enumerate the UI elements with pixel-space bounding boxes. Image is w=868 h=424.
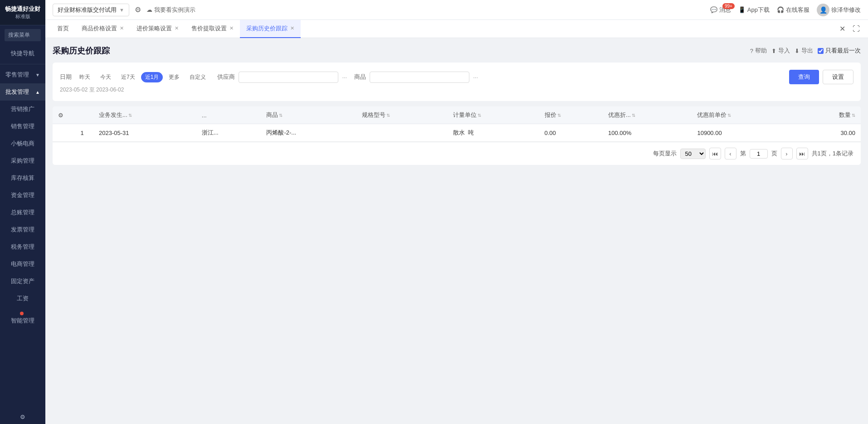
date-btn-custom[interactable]: 自定义	[185, 72, 210, 82]
sidebar-item-wholesale[interactable]: 批发管理 ▲	[0, 83, 45, 101]
sidebar-item-label: 批发管理	[5, 88, 29, 96]
supplier-input[interactable]	[239, 72, 338, 83]
goods-more-icon[interactable]: ···	[473, 74, 478, 81]
date-btn-7days[interactable]: 近7天	[117, 72, 139, 82]
app-download-button[interactable]: 📱 App下载	[738, 6, 770, 14]
sidebar-item-retail[interactable]: 零售管理 ▼	[0, 66, 45, 83]
query-button[interactable]: 查询	[789, 70, 819, 84]
sidebar-settings-button[interactable]: ⚙	[0, 410, 45, 424]
th-goods: 商品⇅	[261, 106, 356, 124]
sidebar-item-invoice[interactable]: 发票管理	[0, 221, 45, 238]
date-range-display: 2023-05-02 至 2023-06-02	[60, 86, 853, 94]
filter-actions: 查询 设置	[789, 70, 853, 84]
export-label: 导出	[801, 47, 813, 55]
sort-icon[interactable]: ⇅	[128, 113, 132, 118]
data-table: ⚙ 业务发生...⇅ ... 商品⇅ 规格型号⇅	[53, 106, 861, 142]
tab-home[interactable]: 首页	[51, 20, 75, 38]
close-tab-button[interactable]: ✕	[837, 24, 848, 34]
goods-input[interactable]	[370, 72, 469, 83]
sidebar-item-label: 零售管理	[5, 71, 29, 79]
sidebar-item-ecommerce-small[interactable]: 小畅电商	[0, 135, 45, 152]
sidebar-item-quick-nav[interactable]: 快捷导航	[0, 45, 45, 62]
date-btn-yesterday[interactable]: 昨天	[75, 72, 94, 82]
sort-icon[interactable]: ⇅	[852, 113, 855, 118]
tab-close-icon[interactable]: ✕	[290, 25, 294, 31]
filter-settings-button[interactable]: 设置	[823, 70, 853, 84]
prev-page-button[interactable]: ‹	[725, 148, 736, 159]
sort-icon[interactable]: ⇅	[557, 113, 561, 118]
tab-price-strategy[interactable]: 进价策略设置 ✕	[130, 20, 185, 38]
sidebar-item-inventory[interactable]: 库存核算	[0, 169, 45, 187]
help-link[interactable]: ? 帮助	[750, 47, 767, 55]
sort-icon[interactable]: ⇅	[279, 113, 283, 118]
sidebar-item-payroll[interactable]: 工资	[0, 290, 45, 307]
demo-button[interactable]: ☁ 我要看实例演示	[146, 6, 195, 14]
tab-close-icon[interactable]: ✕	[120, 25, 124, 31]
tab-label: 商品价格设置	[82, 24, 117, 33]
tab-purchase-history[interactable]: 采购历史价跟踪 ✕	[240, 20, 301, 38]
only-last-checkbox[interactable]: 只看最后一次	[818, 47, 861, 55]
last-page-button[interactable]: ⏭	[796, 148, 808, 159]
sort-icon[interactable]: ⇅	[386, 113, 390, 118]
date-shortcuts: 昨天 今天 近7天 近1月 更多 自定义	[75, 72, 210, 82]
import-link[interactable]: ⬆ 导入	[771, 47, 790, 55]
table-header-row: ⚙ 业务发生...⇅ ... 商品⇅ 规格型号⇅	[53, 106, 861, 124]
version-selector[interactable]: 好业财标准版交付试用 ▼	[53, 4, 129, 16]
page-suffix: 页	[771, 149, 777, 158]
row-qty: 30.00	[797, 124, 861, 142]
app-download-label: App下载	[747, 6, 770, 14]
chevron-down-icon: ▼	[35, 72, 40, 77]
supplier-more-icon[interactable]: ···	[342, 74, 347, 81]
online-service-button[interactable]: 🎧 在线客服	[777, 6, 809, 14]
tab-close-icon[interactable]: ✕	[175, 25, 179, 31]
date-btn-1month[interactable]: 近1月	[141, 72, 163, 82]
only-last-input[interactable]	[818, 48, 824, 54]
sidebar-item-fixed-assets[interactable]: 固定资产	[0, 273, 45, 290]
maximize-tab-button[interactable]: ⛶	[850, 24, 863, 34]
sidebar-item-sales[interactable]: 销售管理	[0, 118, 45, 135]
sidebar-item-label: 发票管理	[11, 226, 34, 234]
sidebar-item-label: 总账管理	[11, 208, 34, 217]
table-container: ⚙ 业务发生...⇅ ... 商品⇅ 规格型号⇅	[53, 106, 861, 165]
next-page-button[interactable]: ›	[781, 148, 793, 159]
row-settings	[53, 124, 71, 142]
sidebar-item-purchase[interactable]: 采购管理	[0, 152, 45, 169]
date-filter-label: 日期	[60, 73, 72, 81]
page-input[interactable]	[750, 149, 768, 159]
main-content: 好业财标准版交付试用 ▼ ⚙ ☁ 我要看实例演示 💬 消息 99+ 📱 App下…	[45, 0, 868, 424]
row-date: 2023-05-31	[93, 124, 196, 142]
row-num: 1	[71, 124, 93, 142]
messages-button[interactable]: 💬 消息 99+	[710, 6, 731, 14]
sort-icon[interactable]: ⇅	[632, 113, 635, 118]
date-btn-today[interactable]: 今天	[96, 72, 115, 82]
date-btn-more[interactable]: 更多	[165, 72, 184, 82]
export-link[interactable]: ⬇ 导出	[795, 47, 813, 55]
sort-icon[interactable]: ⇅	[727, 113, 731, 118]
sidebar-item-tax[interactable]: 税务管理	[0, 238, 45, 255]
row-pre-discount-price: 10900.00	[692, 124, 797, 142]
tab-sale-extract[interactable]: 售价提取设置 ✕	[185, 20, 240, 38]
sidebar-item-ecommerce[interactable]: 电商管理	[0, 255, 45, 273]
sort-icon[interactable]: ⇅	[478, 113, 481, 118]
sidebar-item-label: 电商管理	[11, 260, 34, 268]
topbar-settings-icon[interactable]: ⚙	[133, 4, 143, 16]
per-page-select[interactable]: 10 20 50 100	[680, 149, 706, 159]
user-menu[interactable]: 👤 徐泽华修改	[817, 4, 861, 16]
tab-label: 首页	[57, 24, 69, 33]
question-icon: ?	[750, 48, 753, 54]
sidebar-item-marketing[interactable]: 营销推广	[0, 101, 45, 118]
sidebar-item-finance[interactable]: 资金管理	[0, 187, 45, 204]
tab-commodity-price[interactable]: 商品价格设置 ✕	[75, 20, 130, 38]
sidebar-item-label: 营销推广	[11, 105, 34, 113]
sidebar-item-accounting[interactable]: 总账管理	[0, 204, 45, 221]
page-label: 第	[740, 149, 746, 158]
tab-close-icon[interactable]: ✕	[229, 25, 234, 31]
user-name: 徐泽华修改	[831, 6, 861, 14]
first-page-button[interactable]: ⏮	[709, 148, 721, 159]
sidebar-item-smart[interactable]: 智能管理	[0, 307, 45, 329]
search-menu-button[interactable]: 搜索菜单	[5, 29, 41, 41]
mobile-icon: 📱	[738, 6, 746, 13]
settings-icon[interactable]: ⚙	[58, 112, 63, 119]
th-discount: 优惠折...⇅	[603, 106, 692, 124]
supplier-filter-label: 供应商	[217, 73, 235, 81]
